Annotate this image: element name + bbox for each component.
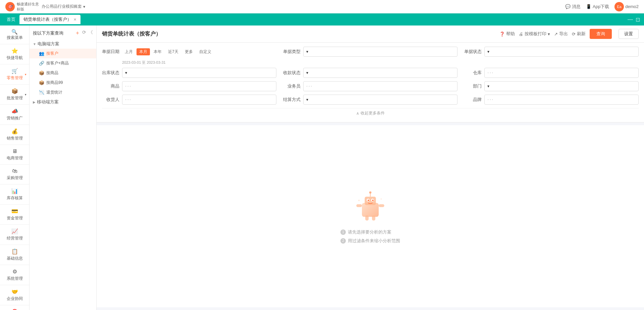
ecom-icon: 🖥 <box>12 148 17 154</box>
refresh-btn[interactable]: ⟳ 刷新 <box>572 31 586 37</box>
scheme-by-customer[interactable]: 👥 按客户 <box>30 49 96 58</box>
maximize-icon[interactable]: ⊡ <box>636 16 640 23</box>
minimize-icon[interactable]: — <box>628 16 633 22</box>
template-print-btn[interactable]: 🖨 按模板打印 ▾ <box>519 31 550 37</box>
status-label: 单据状态 <box>464 49 482 55</box>
filter-brand: 品牌 ··· <box>464 95 639 105</box>
sidebar-item-ecom[interactable]: 🖥 电商管理 <box>0 145 29 165</box>
staff-input[interactable]: ··· <box>303 81 458 91</box>
receiver-input[interactable]: ··· <box>122 95 276 105</box>
date-custom[interactable]: 自定义 <box>197 48 214 55</box>
tab-bar: 首页 销货单统计表（按客户） ✕ — ⊡ <box>0 13 644 25</box>
sidebar-item-newguide[interactable]: 🎯 新手引导 <box>0 305 29 310</box>
collapse-bar[interactable]: ∧ 收起更多条件 <box>102 108 639 118</box>
scheme-by-goods[interactable]: 📦 按商品 <box>30 68 96 78</box>
scheme-return-stat[interactable]: 📉 退货统计 <box>30 88 96 97</box>
sidebar-item-base[interactable]: 📋 基础信息 <box>0 245 29 265</box>
svg-point-4 <box>368 200 369 201</box>
filter-type: 单据类型 ▾ <box>283 47 458 57</box>
top-bar: 🎯 畅捷通好生意 标版 办公用品行业模拟账套 ▾ 💬 消息 📱 App下载 Ea… <box>0 0 644 13</box>
left-panel: 按以下方案查询 ＋ ⟳ 《 ▼ 电脑端方案 👥 按客户 🔗 <box>30 25 97 310</box>
date-more[interactable]: 更多 <box>182 48 196 55</box>
sidebar-item-nav[interactable]: ⭐ 快捷导航 <box>0 44 29 64</box>
sidebar-item-finance[interactable]: 💳 资金管理 <box>0 205 29 225</box>
goods99-icon: 📦 <box>39 80 44 85</box>
mobile-group-header[interactable]: ▶ 移动端方案 <box>30 97 96 107</box>
tab-sales-stat-label: 销货单统计表（按客户） <box>23 16 71 22</box>
right-panel: 销货单统计表（按客户） ❓ 帮助 🖨 按模板打印 ▾ ↗ 导出 <box>97 25 644 310</box>
payment-dropdown-icon: ▾ <box>306 97 308 102</box>
filter-staff: 业务员 ··· <box>283 81 458 91</box>
type-input[interactable]: ▾ <box>303 47 458 57</box>
add-scheme-btn[interactable]: ＋ <box>75 30 80 37</box>
content-area: 按以下方案查询 ＋ ⟳ 《 ▼ 电脑端方案 👥 按客户 🔗 <box>30 25 644 310</box>
sidebar-item-retail[interactable]: 🛒 零售管理 <box>0 64 29 85</box>
purchase-icon: 🛍 <box>12 168 17 174</box>
inventory-icon: 📊 <box>11 188 18 194</box>
filter-row-3: 商品 ··· 业务员 ··· 部门 ▾ <box>102 81 639 91</box>
logo-icon: 🎯 <box>5 2 15 11</box>
filter-date: 单据日期 上月 本月 本年 近7天 更多 自定义 <box>102 47 276 57</box>
print-icon: 🖨 <box>519 32 523 37</box>
tab-sales-stat[interactable]: 销货单统计表（按客户） ✕ <box>19 15 80 24</box>
top-bar-right: 💬 消息 📱 App下载 Ea demo2 <box>565 2 639 11</box>
dept-dropdown-icon: ▾ <box>487 84 489 89</box>
brand-dots: ··· <box>487 97 494 103</box>
app-download-btn[interactable]: 📱 App下载 <box>586 4 609 10</box>
status-input[interactable]: ▾ <box>484 47 639 57</box>
staff-label: 业务员 <box>283 83 301 89</box>
date-7days[interactable]: 近7天 <box>165 48 181 55</box>
out-input[interactable]: ▾ <box>122 68 276 78</box>
sidebar-item-system[interactable]: ⚙ 系统管理 <box>0 265 29 285</box>
message-btn[interactable]: 💬 消息 <box>565 4 581 10</box>
date-this-month[interactable]: 本月 <box>137 48 150 55</box>
sidebar-item-purchase[interactable]: 🛍 采购管理 <box>0 165 29 185</box>
warehouse-label: 仓库 <box>464 70 482 76</box>
tab-home-label: 首页 <box>7 16 15 22</box>
scheme-by-customer-goods[interactable]: 🔗 按客户+商品 <box>30 58 96 68</box>
goods-dots: ··· <box>125 83 131 89</box>
recv-input[interactable]: ▾ <box>303 68 458 78</box>
sidebar-item-wholesale[interactable]: 📦 批发管理 <box>0 85 29 105</box>
base-icon: 📋 <box>11 248 18 255</box>
tab-home[interactable]: 首页 <box>3 15 19 24</box>
user-area[interactable]: Ea demo2 <box>614 2 639 11</box>
svg-rect-8 <box>365 215 369 220</box>
close-icon[interactable]: ✕ <box>73 17 76 22</box>
svg-point-11 <box>369 191 372 194</box>
refresh-scheme-btn[interactable]: ⟳ <box>82 30 86 37</box>
goods-input[interactable]: ··· <box>122 81 276 91</box>
settings-button[interactable]: 设置 <box>619 29 639 39</box>
sidebar-item-inventory[interactable]: 📊 库存核算 <box>0 185 29 205</box>
filter-dept: 部门 ▾ <box>464 81 639 91</box>
sidebar-item-operation[interactable]: 📈 经营管理 <box>0 225 29 245</box>
sidebar-item-enterprise[interactable]: 🤝 企业协同 <box>0 285 29 305</box>
type-label: 单据类型 <box>283 49 301 55</box>
dropdown-icon[interactable]: ▾ <box>83 4 85 9</box>
svg-rect-9 <box>372 215 375 220</box>
date-last-month[interactable]: 上月 <box>122 48 136 55</box>
desktop-group-header[interactable]: ▼ 电脑端方案 <box>30 39 96 49</box>
empty-state: ✦ ✦ 1 请先选择要分析的方案 2 用过滤条件来缩小分析范围 <box>97 125 644 307</box>
date-this-year[interactable]: 本年 <box>151 48 164 55</box>
help-btn[interactable]: ❓ 帮助 <box>499 31 515 37</box>
status-dropdown-icon: ▾ <box>487 49 489 54</box>
top-bar-left: 🎯 畅捷通好生意 标版 办公用品行业模拟账套 ▾ <box>5 2 85 11</box>
warehouse-input[interactable]: ··· <box>484 68 639 78</box>
sidebar-item-marketing[interactable]: 📣 营销推广 <box>0 105 29 125</box>
finance-icon: 💳 <box>11 208 18 214</box>
help-icon: ❓ <box>499 32 505 37</box>
payment-input[interactable]: ▾ <box>303 95 458 105</box>
collapse-panel-btn[interactable]: 《 <box>88 30 93 37</box>
sidebar-item-sales[interactable]: 💰 销售管理 <box>0 125 29 145</box>
page-actions: ❓ 帮助 🖨 按模板打印 ▾ ↗ 导出 ⟳ 刷新 <box>499 29 639 42</box>
dept-input[interactable]: ▾ <box>484 81 639 91</box>
brand-input[interactable]: ··· <box>484 95 639 105</box>
recv-dropdown-icon: ▾ <box>306 70 308 75</box>
scheme-by-goods99[interactable]: 📦 按商品99 <box>30 78 96 88</box>
filter-recv: 收款状态 ▾ <box>283 68 458 78</box>
sidebar-search[interactable]: 🔍 搜索菜单 <box>0 25 29 44</box>
phone-icon: 📱 <box>586 4 591 9</box>
query-button[interactable]: 查询 <box>590 29 612 39</box>
export-btn[interactable]: ↗ 导出 <box>554 31 568 37</box>
